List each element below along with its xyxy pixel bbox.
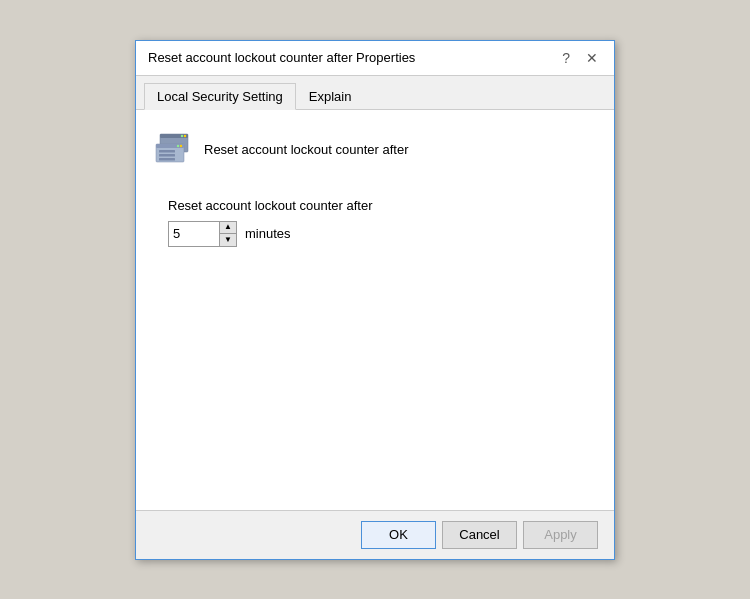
properties-dialog: Reset account lockout counter after Prop… (135, 40, 615, 560)
icon-header: Reset account lockout counter after (152, 126, 598, 174)
svg-point-3 (184, 134, 186, 136)
svg-point-2 (181, 134, 183, 136)
minutes-label: minutes (245, 226, 291, 241)
svg-rect-9 (159, 154, 175, 157)
spinner-wrapper: ▲ ▼ (168, 221, 237, 247)
spinner-up-button[interactable]: ▲ (220, 222, 236, 234)
setting-label: Reset account lockout counter after (168, 198, 582, 213)
svg-rect-10 (159, 158, 175, 161)
header-title: Reset account lockout counter after (204, 142, 409, 157)
svg-point-6 (177, 144, 179, 146)
svg-rect-8 (159, 150, 175, 153)
dialog-title: Reset account lockout counter after Prop… (148, 50, 415, 65)
minutes-input[interactable] (169, 222, 219, 246)
tab-explain[interactable]: Explain (296, 83, 365, 110)
svg-point-7 (180, 144, 182, 146)
dialog-content: Reset account lockout counter after Rese… (136, 110, 614, 510)
setting-section: Reset account lockout counter after ▲ ▼ … (152, 198, 598, 247)
spinner-down-button[interactable]: ▼ (220, 234, 236, 246)
ok-button[interactable]: OK (361, 521, 436, 549)
title-bar: Reset account lockout counter after Prop… (136, 41, 614, 76)
tab-local-security-setting[interactable]: Local Security Setting (144, 83, 296, 110)
spinner-buttons: ▲ ▼ (219, 222, 236, 246)
close-button[interactable]: ✕ (582, 49, 602, 67)
title-bar-controls: ? ✕ (558, 49, 602, 67)
tab-bar: Local Security Setting Explain (136, 76, 614, 110)
spinner-row: ▲ ▼ minutes (168, 221, 582, 247)
help-button[interactable]: ? (558, 49, 574, 67)
server-policy-icon (152, 126, 192, 174)
dialog-footer: OK Cancel Apply (136, 510, 614, 559)
apply-button[interactable]: Apply (523, 521, 598, 549)
cancel-button[interactable]: Cancel (442, 521, 517, 549)
